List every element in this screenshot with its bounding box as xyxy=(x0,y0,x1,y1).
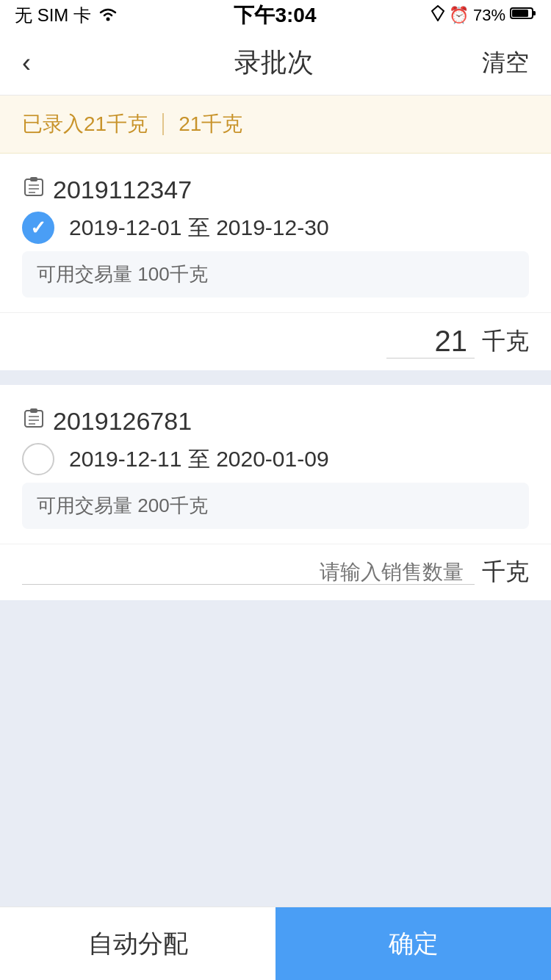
svg-rect-2 xyxy=(533,11,536,15)
svg-point-0 xyxy=(107,18,110,21)
section-divider xyxy=(0,370,551,385)
batch-2-id: 2019126781 xyxy=(53,407,192,436)
batch-1-quantity-value: 21 xyxy=(435,325,468,357)
batch-2-quantity-input[interactable] xyxy=(22,561,475,584)
nav-bar: ‹ 录批次 清空 xyxy=(0,31,551,96)
back-button[interactable]: ‹ xyxy=(22,48,66,79)
batch-2-header: 2019126781 xyxy=(0,385,551,436)
battery-percent: 73% xyxy=(473,6,505,25)
summary-divider xyxy=(162,113,164,135)
location-icon xyxy=(431,5,444,26)
batch-1-unit: 千克 xyxy=(482,325,529,358)
svg-rect-5 xyxy=(30,177,37,181)
batch-1-radio[interactable] xyxy=(22,212,54,244)
batch-1-id: 2019112347 xyxy=(53,176,192,204)
batch-2-date-row: 2019-12-11 至 2020-01-09 xyxy=(0,436,551,483)
batch-2-unit: 千克 xyxy=(482,556,529,588)
auto-distribute-button[interactable]: 自动分配 xyxy=(0,907,276,980)
recorded-label: 已录入21千克 xyxy=(22,110,148,138)
batch-2-date: 2019-12-11 至 2020-01-09 xyxy=(69,444,329,475)
wifi-icon xyxy=(97,5,119,26)
svg-rect-3 xyxy=(512,10,528,17)
sim-status: 无 SIM 卡 xyxy=(15,4,91,27)
status-right: ⏰ 73% xyxy=(431,5,536,26)
batch-1-quantity-row: 21 千克 xyxy=(0,312,551,370)
alarm-icon: ⏰ xyxy=(449,6,469,25)
gray-area xyxy=(0,600,551,923)
batch-1-date: 2019-12-01 至 2019-12-30 xyxy=(69,213,329,243)
status-bar: 无 SIM 卡 下午3:04 ⏰ 73% xyxy=(0,0,551,31)
batch-2-input-wrapper xyxy=(22,561,475,585)
batch-1-icon xyxy=(22,176,46,203)
confirm-button[interactable]: 确定 xyxy=(276,907,551,980)
summary-bar: 已录入21千克 21千克 xyxy=(0,96,551,154)
page-title: 录批次 xyxy=(234,45,314,81)
svg-rect-10 xyxy=(30,408,37,413)
batch-card-1: 2019112347 2019-12-01 至 2019-12-30 可用交易量… xyxy=(0,154,551,370)
batch-2-radio[interactable] xyxy=(22,443,54,475)
batch-2-input-row: 千克 xyxy=(0,544,551,600)
batch-1-date-row: 2019-12-01 至 2019-12-30 xyxy=(0,204,551,251)
battery-icon xyxy=(510,6,536,25)
batch-2-icon xyxy=(22,408,46,435)
batch-1-quantity-wrapper: 21 xyxy=(386,325,475,359)
status-left: 无 SIM 卡 xyxy=(15,4,119,27)
batch-1-header: 2019112347 xyxy=(0,154,551,204)
clear-button[interactable]: 清空 xyxy=(482,47,529,79)
content-area: 已录入21千克 21千克 2019112347 2019-12-01 至 201… xyxy=(0,96,551,980)
batch-2-available: 可用交易量 200千克 xyxy=(22,483,529,529)
total-label: 21千克 xyxy=(179,110,242,138)
status-time: 下午3:04 xyxy=(234,1,316,29)
bottom-bar: 自动分配 确定 xyxy=(0,907,551,980)
batch-1-available: 可用交易量 100千克 xyxy=(22,251,529,298)
batch-card-2: 2019126781 2019-12-11 至 2020-01-09 可用交易量… xyxy=(0,385,551,600)
